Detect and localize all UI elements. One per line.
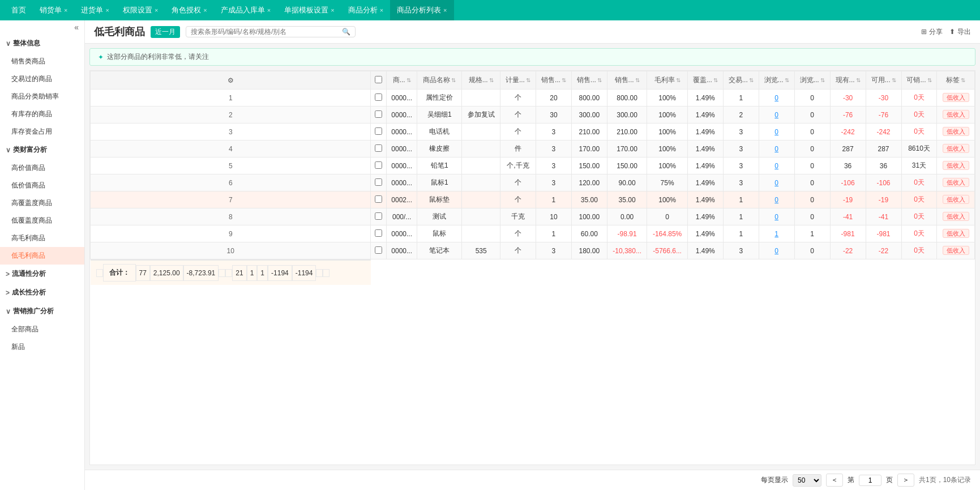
row-checkbox[interactable] [375,144,382,152]
prev-page-button[interactable]: ＜ [826,474,843,487]
cell-checkbox[interactable] [371,106,386,123]
cell-checkbox[interactable] [371,225,386,242]
row-checkbox[interactable] [375,161,382,169]
view1-link[interactable]: 0 [774,128,778,136]
sidebar-section-growth[interactable]: > 成长性分析 [0,283,84,302]
nav-permissions[interactable]: 权限设置 × [116,0,165,20]
col-header-spec[interactable]: 规格...⇅ [462,71,500,90]
cell-checkbox[interactable] [371,174,386,191]
cell-view1[interactable]: 0 [759,140,794,157]
col-header-sale-price[interactable]: 销售...⇅ [571,71,607,90]
sidebar-item-high-margin[interactable]: 高毛利商品 [0,229,84,247]
row-checkbox[interactable] [375,127,382,135]
next-page-button[interactable]: ＞ [897,474,914,487]
col-header-sale-qty[interactable]: 销售...⇅ [536,71,571,90]
cell-view1[interactable]: 0 [759,191,794,208]
sidebar-item-traded[interactable]: 交易过的商品 [0,70,84,88]
sidebar-item-capital[interactable]: 库存资金占用 [0,123,84,140]
nav-sales[interactable]: 销货单 × [33,0,74,20]
col-header-current[interactable]: 现有...⇅ [830,71,866,90]
close-icon[interactable]: × [267,7,271,14]
row-checkbox[interactable] [375,178,382,186]
select-all-checkbox[interactable] [375,76,382,83]
per-page-select[interactable]: 50 20 100 [793,474,821,487]
close-icon[interactable]: × [331,7,334,14]
cell-checkbox[interactable] [371,157,386,174]
nav-home[interactable]: 首页 [5,0,33,20]
nav-analysis[interactable]: 商品分析 × [341,0,390,20]
col-header-unit[interactable]: 计量...⇅ [500,71,536,90]
sidebar-item-in-stock[interactable]: 有库存的商品 [0,105,84,123]
sidebar-item-low-coverage[interactable]: 低覆盖度商品 [0,212,84,229]
share-button[interactable]: ⊞ 分享 [921,27,943,37]
sidebar-item-low-value[interactable]: 低价值商品 [0,177,84,194]
search-input[interactable] [191,28,342,36]
cell-view1[interactable]: 0 [759,157,794,174]
search-icon[interactable]: 🔍 [342,28,350,36]
cell-checkbox[interactable] [371,191,386,208]
view1-link[interactable]: 0 [774,247,778,255]
row-checkbox[interactable] [375,195,382,203]
col-header-view1[interactable]: 浏览...⇅ [759,71,794,90]
export-button[interactable]: ⬆ 导出 [949,27,971,37]
col-header-tag[interactable]: 标签⇅ [937,71,975,90]
sidebar-section-overall[interactable]: ∨ 整体信息 [0,34,84,53]
nav-analysis-list[interactable]: 商品分析列表 × [390,0,453,20]
cell-view1[interactable]: 0 [759,123,794,140]
sidebar-section-liquidity[interactable]: > 流通性分析 [0,265,84,283]
row-checkbox[interactable] [375,212,382,220]
sidebar-item-new-products[interactable]: 新品 [0,338,84,356]
col-header-trade[interactable]: 交易...⇅ [723,71,759,90]
cell-view1[interactable]: 0 [759,174,794,191]
view1-link[interactable]: 0 [774,196,778,204]
col-header-sellable[interactable]: 可销...⇅ [901,71,937,90]
col-header-code[interactable]: 商...⇅ [386,71,417,90]
cell-view1[interactable]: 0 [759,106,794,123]
row-checkbox[interactable] [375,110,382,118]
page-number-input[interactable] [859,475,881,486]
time-filter-badge[interactable]: 近一月 [151,26,180,38]
row-checkbox[interactable] [375,246,382,254]
nav-roles[interactable]: 角色授权 × [165,0,213,20]
close-icon[interactable]: × [380,7,383,14]
cell-view1[interactable]: 0 [759,208,794,225]
view1-link[interactable]: 0 [774,111,778,119]
close-icon[interactable]: × [155,7,158,14]
cell-view1[interactable]: 1 [759,225,794,242]
close-icon[interactable]: × [105,7,109,14]
col-header-sale-amount[interactable]: 销售...⇅ [607,71,647,90]
nav-products[interactable]: 产成品入库单 × [214,0,277,20]
col-header-view2[interactable]: 浏览...⇅ [794,71,830,90]
col-header-gear[interactable]: ⚙ [91,71,371,90]
sidebar-item-high-value[interactable]: 高价值商品 [0,159,84,177]
view1-link[interactable]: 1 [774,230,778,238]
close-icon[interactable]: × [64,7,67,14]
view1-link[interactable]: 0 [774,145,778,153]
sidebar-section-marketing[interactable]: ∨ 营销推广分析 [0,302,84,321]
search-box[interactable]: 🔍 [186,26,356,37]
view1-link[interactable]: 0 [774,213,778,221]
row-checkbox[interactable] [375,93,382,101]
cell-view1[interactable]: 0 [759,90,794,106]
cell-checkbox[interactable] [371,208,386,225]
cell-checkbox[interactable] [371,140,386,157]
close-icon[interactable]: × [443,7,447,14]
cell-view1[interactable]: 0 [759,242,794,259]
col-header-available[interactable]: 可用...⇅ [866,71,901,90]
nav-template[interactable]: 单据模板设置 × [277,0,341,20]
row-checkbox[interactable] [375,229,382,237]
cell-checkbox[interactable] [371,242,386,259]
view1-link[interactable]: 0 [774,179,778,187]
sidebar-item-all-products[interactable]: 全部商品 [0,321,84,338]
col-header-checkbox[interactable] [371,71,386,90]
gear-icon[interactable]: ⚙ [228,76,234,84]
sidebar-item-low-margin[interactable]: 低毛利商品 [0,247,84,265]
sidebar-item-high-coverage[interactable]: 高覆盖度商品 [0,194,84,212]
view1-link[interactable]: 0 [774,94,778,102]
view1-link[interactable]: 0 [774,162,778,170]
cell-checkbox[interactable] [371,90,386,106]
col-header-coverage[interactable]: 覆盖...⇅ [687,71,723,90]
sidebar-item-category-rate[interactable]: 商品分类助销率 [0,88,84,105]
collapse-button[interactable]: « [72,23,81,32]
nav-purchase[interactable]: 进货单 × [74,0,115,20]
